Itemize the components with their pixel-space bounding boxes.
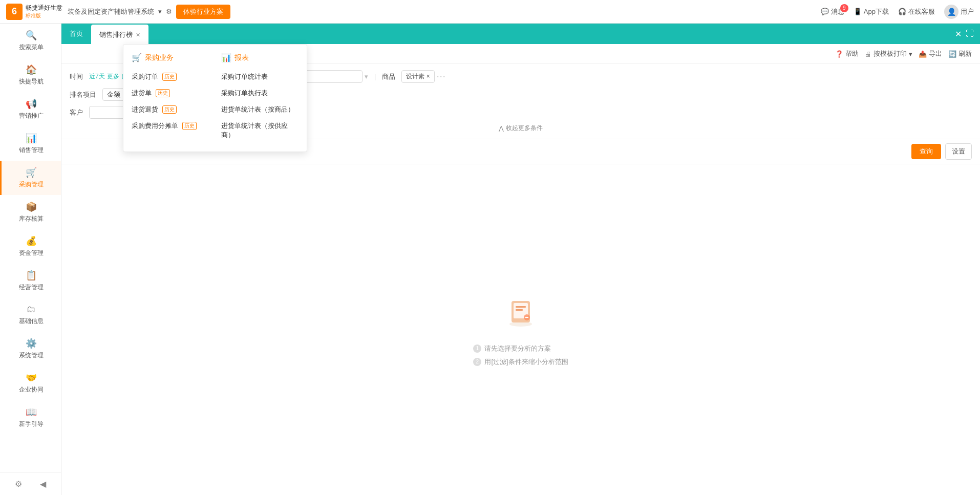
sidebar-item-inventory[interactable]: 📦 库存核算: [0, 195, 61, 229]
sidebar-bottom: ⚙ ◀: [0, 472, 61, 495]
title-dropdown-icon[interactable]: ▾: [158, 8, 162, 15]
phone-icon: 📱: [854, 8, 862, 15]
return-badge: 历史: [162, 105, 177, 114]
sidebar-item-enterprise[interactable]: 🤝 企业协同: [0, 366, 61, 400]
sidebar-item-system[interactable]: ⚙️ 系统管理: [0, 332, 61, 366]
settings-icon[interactable]: ⚙: [166, 8, 172, 15]
headset-icon: 🎧: [898, 8, 906, 15]
operations-icon: 📋: [26, 270, 37, 281]
menu-item-order-exec[interactable]: 采购订单执行表: [221, 85, 299, 101]
purchase-section-icon: 🛒: [132, 53, 142, 62]
system-title: 装备及固定资产辅助管理系统: [68, 7, 154, 16]
home-icon: 🏠: [26, 64, 37, 75]
inventory-icon: 📦: [26, 201, 37, 212]
menu-item-receipt-stats-goods[interactable]: 进货单统计表（按商品）: [221, 101, 299, 118]
marketing-icon: 📢: [26, 98, 37, 110]
search-icon: 🔍: [26, 30, 37, 41]
menu-item-purchase-order[interactable]: 采购订单 历史: [132, 69, 209, 85]
purchase-section-title: 🛒 采购业务: [132, 53, 209, 62]
tab-close-icon[interactable]: ✕: [136, 32, 140, 38]
topbar-title: 装备及固定资产辅助管理系统 ▾ ⚙ 体验行业方案: [68, 5, 821, 19]
topbar: 6 畅捷通好生意 标准版 装备及固定资产辅助管理系统 ▾ ⚙ 体验行业方案 💬 …: [0, 0, 980, 24]
sidebar: 🔍 搜索菜单 🏠 快捷导航 📢 营销推广 📊 销售管理 🛒 采购管理 📦 库存核…: [0, 24, 61, 495]
sidebar-item-operations[interactable]: 📋 经营管理: [0, 264, 61, 298]
sidebar-item-sales[interactable]: 📊 销售管理: [0, 126, 61, 161]
avatar: 👤: [944, 5, 958, 19]
menu-item-purchase-expense[interactable]: 采购费用分摊单 历史: [132, 118, 209, 134]
receipt-badge: 历史: [156, 89, 170, 97]
sidebar-item-marketing[interactable]: 📢 营销推广: [0, 92, 61, 126]
report-section-title: 📊 报表: [221, 53, 299, 62]
guide-icon: 📖: [26, 406, 37, 418]
sidebar-item-finance[interactable]: 💰 资金管理: [0, 229, 61, 264]
report-menu-column: 📊 报表 采购订单统计表 采购订单执行表 进货单统计表（按商品） 进货单统计表（…: [221, 53, 299, 143]
message-badge: 9: [840, 4, 848, 12]
menu-item-order-stats[interactable]: 采购订单统计表: [221, 69, 299, 85]
purchase-dropdown-menu: 🛒 采购业务 采购订单 历史 进货单 历史 进货退货 历史: [123, 44, 307, 152]
sales-icon: 📊: [26, 133, 37, 144]
menu-item-purchase-return[interactable]: 进货退货 历史: [132, 101, 209, 118]
sidebar-item-guide[interactable]: 📖 新手引导: [0, 400, 61, 435]
tab-bar-right: ✕ ⛶: [955, 29, 980, 39]
enterprise-icon: 🤝: [26, 372, 37, 383]
messages-btn[interactable]: 💬 消息 9: [821, 7, 844, 16]
report-section-icon: 📊: [221, 53, 231, 62]
tab-close-all-icon[interactable]: ✕: [955, 29, 962, 39]
sidebar-settings-btn[interactable]: ⚙: [15, 479, 22, 489]
menu-item-purchase-receipt[interactable]: 进货单 历史: [132, 85, 209, 101]
user-btn[interactable]: 👤 用户: [944, 5, 974, 19]
main-layout: 🔍 搜索菜单 🏠 快捷导航 📢 营销推广 📊 销售管理 🛒 采购管理 📦 库存核…: [0, 24, 980, 495]
sidebar-item-search[interactable]: 🔍 搜索菜单: [0, 24, 61, 58]
purchase-order-badge: 历史: [162, 73, 177, 81]
tab-sales-ranking[interactable]: 销售排行榜 ✕: [91, 25, 148, 45]
topbar-right: 💬 消息 9 📱 App下载 🎧 在线客服 👤 用户: [821, 5, 974, 19]
online-service-btn[interactable]: 🎧 在线客服: [898, 7, 935, 16]
logo-icon: 6: [6, 4, 23, 20]
app-download-btn[interactable]: 📱 App下载: [854, 7, 889, 16]
sidebar-item-basic-info[interactable]: 🗂 基础信息: [0, 298, 61, 332]
tab-home[interactable]: 首页: [61, 24, 91, 44]
purchase-menu-column: 🛒 采购业务 采购订单 历史 进货单 历史 进货退货 历史: [132, 53, 209, 143]
system-icon: ⚙️: [26, 338, 37, 349]
logo-text: 畅捷通好生意 标准版: [26, 4, 62, 19]
tab-bar: 首页 销售排行榜 ✕ ✕ ⛶: [61, 24, 980, 44]
sidebar-item-purchase[interactable]: 🛒 采购管理: [0, 161, 61, 195]
finance-icon: 💰: [26, 235, 37, 247]
basic-info-icon: 🗂: [27, 304, 36, 315]
purchase-icon: 🛒: [26, 167, 37, 178]
logo-area: 6 畅捷通好生意 标准版: [6, 4, 68, 20]
sidebar-collapse-btn[interactable]: ◀: [40, 479, 46, 489]
industry-btn[interactable]: 体验行业方案: [176, 5, 230, 19]
dropdown-overlay: 🛒 采购业务 采购订单 历史 进货单 历史 进货退货 历史: [61, 44, 980, 495]
content-area: 首页 销售排行榜 ✕ ✕ ⛶ ❓ 帮助 🖨 按模板打印 ▾ 📤: [61, 24, 980, 495]
expense-badge: 历史: [182, 122, 197, 130]
message-icon: 💬: [821, 8, 829, 15]
tab-maximize-icon[interactable]: ⛶: [966, 29, 974, 38]
sidebar-item-quick-nav[interactable]: 🏠 快捷导航: [0, 58, 61, 92]
menu-item-receipt-stats-supplier[interactable]: 进货单统计表（按供应商）: [221, 118, 299, 143]
